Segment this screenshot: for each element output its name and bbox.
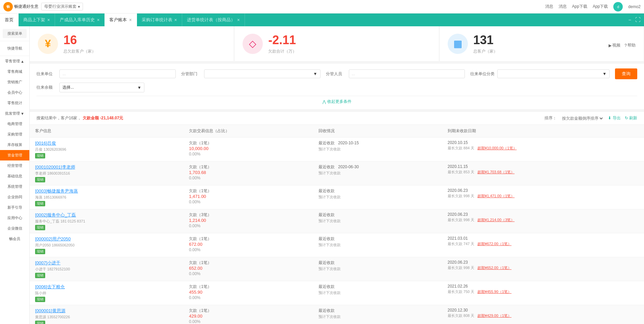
sidebar-item-retail-mgmt[interactable]: 零售管理 ▲ — [0, 56, 29, 66]
search-button[interactable]: 查询 — [615, 68, 637, 79]
filter-label-dept: 分管部门 — [181, 71, 201, 77]
next-collection: 预计下次收款 — [318, 290, 437, 295]
sidebar-item-purchase[interactable]: 采购管理 — [0, 129, 29, 140]
sidebar-item-enterprise[interactable]: 企业协同 — [0, 192, 29, 202]
filter-input-person[interactable]: ... — [349, 69, 465, 78]
customer-tag: 现销 — [35, 153, 45, 158]
filter-source-unit-placeholder: ... — [62, 71, 66, 76]
last-collection: 最近收款 — [318, 260, 437, 266]
tab-product-off-close[interactable]: × — [47, 17, 50, 23]
sidebar-item-corp-wechat[interactable]: 企业微信 — [0, 223, 29, 234]
top-bar: 畅 畅捷通好生意 母婴行业演示账套 ▾ 消息 消息 App下载 App下载 d … — [0, 0, 644, 13]
overdue-link[interactable]: 超期¥1,703.68（1笔） — [477, 170, 514, 174]
debt-amount[interactable]: 429.00 — [189, 314, 308, 319]
debt-amount[interactable]: 652.00 — [189, 266, 308, 271]
sort-select[interactable]: 按欠款金额倒序排序 — [561, 116, 604, 121]
sidebar-item-retail-mall[interactable]: 零售商城 — [0, 66, 29, 77]
cell-debt-c8: 欠款（1笔） 429.00 0.00% — [184, 305, 313, 324]
user-name[interactable]: demo2 — [628, 4, 641, 9]
customer-name-link[interactable]: [0016]吕俊 — [35, 140, 178, 146]
debt-amount[interactable]: 455.90 — [189, 290, 308, 295]
tab-produce-history-close[interactable]: × — [97, 17, 100, 23]
sidebar-item-ops[interactable]: 经营管理 — [0, 160, 29, 171]
overdue-link[interactable]: 超期¥1,471.00（1笔） — [477, 194, 514, 198]
sidebar-item-guide[interactable]: 新手引导 — [0, 202, 29, 213]
last-collection: 最近收款 — [318, 188, 437, 194]
overdue-link[interactable]: 超期¥10,000.00（1笔） — [477, 146, 516, 150]
stat-label-debt: 总欠款客户（家） — [63, 49, 96, 54]
debt-pct: 0.00% — [189, 295, 308, 300]
video-link[interactable]: ▶ 视频 — [609, 42, 620, 48]
overdue-link[interactable]: 超期¥652.00（1笔） — [477, 266, 511, 270]
overdue-link[interactable]: 超期¥672.00（1笔） — [477, 242, 511, 246]
sidebar-item-member-plus[interactable]: 畅会员 — [0, 234, 29, 244]
overdue-link[interactable]: 超期¥455.90（1笔） — [477, 290, 511, 294]
sidebar-item-system[interactable]: 系统管理 — [0, 181, 29, 192]
filter-input-source-unit[interactable]: ... — [59, 69, 176, 78]
app-download-link[interactable]: App下载 — [572, 4, 587, 9]
filter-unit-category-arrow: ▼ — [603, 71, 607, 76]
help-icon: ? — [624, 43, 627, 48]
cell-customer-c7: [0006]去下粮仓 陈小帅 现销 — [30, 281, 184, 305]
customer-name-link[interactable]: [0003]畅捷服务尹海蒸 — [35, 188, 178, 194]
user-avatar[interactable]: d — [613, 2, 623, 11]
overdue-link[interactable]: 超期¥429.00（1笔） — [477, 314, 511, 318]
tab-customer-account-close[interactable]: × — [129, 17, 132, 23]
sidebar-item-batch-mgmt[interactable]: 批发管理 ▼ — [0, 108, 29, 119]
collapse-button[interactable]: ⋀ 收起更多条件 — [36, 96, 637, 105]
tab-product-off[interactable]: 商品上下架 × — [19, 13, 55, 26]
overdue-link[interactable]: 超期¥1,214.00（3笔） — [477, 218, 514, 222]
sidebar-search-btn[interactable]: 搜索菜单 — [3, 29, 27, 38]
refresh-btn[interactable]: ↻ 刷新 — [625, 115, 637, 121]
debt-pct: 0.00% — [189, 224, 308, 228]
tab-home[interactable]: 首页 — [0, 13, 19, 26]
debt-amount[interactable]: 10,000.00 — [189, 146, 308, 151]
debt-amount[interactable]: 672.00 — [189, 242, 308, 247]
message-link[interactable]: 消息 — [545, 4, 553, 9]
cell-debt-c5: 欠款（1笔） 672.00 0.00% — [184, 233, 313, 257]
filter-select-unit-category[interactable]: ▼ — [497, 69, 610, 78]
customer-name-link[interactable]: [0001020001]李老师 — [35, 164, 178, 170]
sidebar-item-member[interactable]: 会员中心 — [0, 87, 29, 98]
cell-collection-c2: 最近收款 2020-06-30 预计下次收款 — [313, 161, 442, 185]
app-download-label[interactable]: App下载 — [593, 4, 608, 9]
filter-select-balance[interactable]: 选择... ▼ — [59, 83, 144, 92]
video-icon: ▶ — [609, 43, 612, 48]
customer-name-link[interactable]: [0006]去下粮仓 — [35, 284, 178, 290]
sidebar-item-marketing[interactable]: 营销推广 — [0, 77, 29, 87]
sidebar-item-inventory[interactable]: 库存核算 — [0, 140, 29, 150]
tab-purchase-stat-close[interactable]: × — [237, 17, 240, 23]
tab-produce-history[interactable]: 产成品入库单历史 × — [55, 13, 105, 26]
brand-select[interactable]: 母婴行业演示账套 ▾ — [41, 3, 83, 10]
tab-minimize-icon[interactable]: － — [627, 17, 633, 24]
cell-customer-c3: [0003]畅捷服务尹海蒸 海蒸 18513066976 现销 — [30, 185, 184, 209]
sidebar-item-app-center[interactable]: 应用中心 — [0, 213, 29, 223]
search-summary: 搜索结果中，客户16家 — [36, 116, 77, 120]
debt-pct: 0.00% — [189, 152, 308, 156]
debt-pct: 0.00% — [189, 247, 308, 252]
overdue-days: 最长欠款 747 天 超期¥672.00（1笔） — [448, 241, 639, 246]
tab-purchase-stat[interactable]: 进货单统计表（按商品） × — [182, 13, 245, 26]
message-label[interactable]: 消息 — [559, 4, 567, 9]
sidebar-item-retail-stat[interactable]: 零售统计 — [0, 98, 29, 108]
sidebar-item-basic[interactable]: 基础信息 — [0, 171, 29, 181]
tab-customer-account[interactable]: 客户账本 × — [105, 13, 137, 26]
customer-name-link[interactable]: [0002]服务中心_丁磊 — [35, 212, 178, 218]
sidebar-quick-nav[interactable]: 快捷导航 — [0, 43, 29, 54]
debt-amount[interactable]: 1,471.00 — [189, 194, 308, 199]
debt-info: 欠款（1笔） — [189, 164, 308, 170]
customer-name-link[interactable]: [000001]黄思源 — [35, 308, 178, 314]
tab-expand-icon[interactable]: ⛶ — [635, 17, 641, 23]
filter-select-dept[interactable]: ▼ — [204, 69, 320, 78]
sidebar-item-finance[interactable]: 资金管理 — [0, 150, 29, 160]
customer-name-link[interactable]: [0007]小进干 — [35, 260, 178, 266]
tab-purchase-order-close[interactable]: × — [174, 17, 177, 23]
tab-purchase-order[interactable]: 采购订单统计表 × — [137, 13, 182, 26]
export-btn[interactable]: ⬇ 导出 — [608, 115, 620, 121]
sidebar-item-ecommerce[interactable]: 电商管理 — [0, 119, 29, 129]
debt-amount[interactable]: 1,214.00 — [189, 218, 308, 223]
content-area: ¥ 16 总欠款客户（家） ◇ -2.11 欠款合计（万） ▦ 131 总客户（… — [30, 26, 644, 324]
customer-name-link[interactable]: [000002]用户2050 — [35, 236, 178, 242]
help-link[interactable]: ? 帮助 — [624, 42, 636, 48]
debt-amount[interactable]: 1,703.68 — [189, 170, 308, 175]
